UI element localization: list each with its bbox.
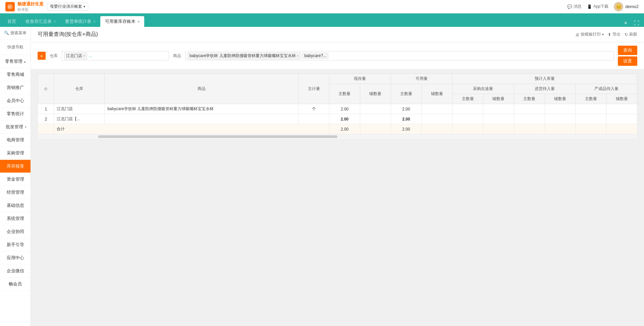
sidebar-item-retail-store[interactable]: 零售商城 bbox=[0, 68, 31, 81]
sidebar-item-system[interactable]: 系统管理 bbox=[0, 212, 31, 225]
sidebar-item-purchase[interactable]: 采购管理 bbox=[0, 147, 31, 160]
warehouse-tag-close[interactable]: × bbox=[83, 54, 85, 58]
total-pp-main bbox=[514, 124, 545, 134]
username: demo2 bbox=[625, 4, 639, 9]
gear-icon[interactable]: ⚙ bbox=[44, 87, 48, 91]
row1-current-aux bbox=[360, 104, 391, 114]
top-bar-right: 💬 消息 📱 App下载 😊 demo2 bbox=[567, 2, 639, 11]
table-row: 1 江北门店 babycare学饮杯 儿童防摔防撞吸管杯重力球吸嘴杯宝宝水杯 个… bbox=[38, 104, 637, 114]
close-all-btn[interactable]: × bbox=[622, 19, 629, 27]
sidebar-item-basic[interactable]: 基础信息 bbox=[0, 199, 31, 212]
company-select[interactable]: 母婴行业演示账套 ▾ bbox=[47, 3, 88, 10]
product-filter-area[interactable]: babycare学饮杯 儿童防摔防撞吸管杯重力球吸嘴杯宝宝水杯 × babyca… bbox=[185, 51, 614, 60]
sidebar-item-member[interactable]: 会员中心 bbox=[0, 94, 31, 107]
setting-button[interactable]: 设置 bbox=[618, 56, 637, 66]
th-gear[interactable]: ⚙ bbox=[38, 74, 54, 104]
template-print-btn[interactable]: 🖨 按模板打印 ▾ bbox=[575, 32, 604, 37]
chevron-down-icon-print: ▾ bbox=[602, 33, 604, 36]
logo-sub-text: 标准版 bbox=[17, 7, 44, 12]
th-current-aux: 辅数量 bbox=[360, 84, 391, 104]
action-btns: 查询 设置 bbox=[618, 46, 637, 66]
row1-unit: 个 bbox=[299, 104, 329, 114]
tab-inventory-close[interactable]: × bbox=[138, 19, 140, 24]
tab-collect-close[interactable]: × bbox=[54, 19, 56, 24]
logo-svg: 好 bbox=[7, 3, 13, 10]
th-avail-main: 主数量 bbox=[391, 84, 422, 104]
total-current-main: 2.00 bbox=[329, 124, 360, 134]
query-button[interactable]: 查询 bbox=[618, 46, 637, 55]
search-icon: 🔍 bbox=[4, 31, 9, 35]
sidebar-item-wholesale[interactable]: 批发管理 ▾ bbox=[0, 121, 31, 134]
tab-inventory[interactable]: 可用量库存账本 × bbox=[100, 16, 144, 27]
sidebar-search[interactable]: 🔍 搜索菜单 bbox=[0, 27, 31, 40]
total-avail-aux bbox=[422, 124, 452, 134]
sidebar-item-marketing[interactable]: 营销推广 bbox=[0, 81, 31, 94]
total-prod-aux bbox=[606, 124, 637, 134]
row1-current-main: 2.00 bbox=[329, 104, 360, 114]
filter-row: » 仓库 江北门店 × ... 商品 babycare学饮杯 儿童防摔防撞吸管杯… bbox=[31, 42, 644, 69]
sidebar-item-business[interactable]: 经营管理 bbox=[0, 186, 31, 199]
top-bar-left: 好 畅捷通好生意 标准版 母婴行业演示账套 ▾ bbox=[5, 1, 88, 12]
row2-pp-main bbox=[514, 114, 545, 124]
logo-texts: 畅捷通好生意 标准版 bbox=[17, 1, 44, 12]
tab-bar: 首页 收发存汇总表 × 要货单统计表 × 可用量库存账本 × × ⛶ bbox=[0, 13, 644, 27]
row1-avail-aux bbox=[422, 104, 452, 114]
row2-prod-main bbox=[576, 114, 606, 124]
tab-demand[interactable]: 要货单统计表 × bbox=[60, 16, 100, 27]
horizontal-scrollbar[interactable] bbox=[38, 134, 637, 139]
sidebar-item-retail-mgmt[interactable]: 零售管理 ▲ bbox=[0, 55, 31, 68]
warehouse-tag: 江北门店 × bbox=[64, 52, 87, 59]
row2-unit bbox=[299, 114, 329, 124]
sidebar-item-ecommerce[interactable]: 电商管理 bbox=[0, 134, 31, 147]
chevron-icon-retail: ▲ bbox=[23, 60, 26, 63]
refresh-btn[interactable]: ↻ 刷新 bbox=[625, 32, 637, 37]
sidebar-item-corp-wechat[interactable]: 企业微信 bbox=[0, 265, 31, 278]
data-table: ⚙ 仓库 商品 主计量 现存量 可用量 预计入库量 主数量 辅数量 主数量 辅数… bbox=[38, 74, 637, 134]
sidebar-quick-nav-item[interactable]: 快捷导航 bbox=[0, 42, 31, 52]
sidebar-item-new-guide[interactable]: 新手引导 bbox=[0, 238, 31, 251]
row1-index: 1 bbox=[38, 104, 54, 114]
svg-text:好: 好 bbox=[8, 5, 11, 9]
product-tag1-close[interactable]: × bbox=[297, 54, 299, 58]
row1-avail-main: 2.00 bbox=[391, 104, 422, 114]
row1-product: babycare学饮杯 儿童防摔防撞吸管杯重力球吸嘴杯宝宝水杯 bbox=[105, 104, 299, 114]
warehouse-filter-area[interactable]: 江北门店 × ... bbox=[62, 51, 169, 60]
user-area[interactable]: 😊 demo2 bbox=[614, 2, 639, 11]
th-unit: 主计量 bbox=[299, 74, 329, 104]
tab-demand-close[interactable]: × bbox=[93, 19, 95, 24]
total-prod-main bbox=[576, 124, 606, 134]
sidebar-item-finance[interactable]: 资金管理 bbox=[0, 173, 31, 186]
message-btn[interactable]: 💬 消息 bbox=[567, 4, 582, 9]
th-purchase-pending: 进货待入量 bbox=[514, 84, 576, 94]
th-product-pending: 产成品待入量 bbox=[576, 84, 637, 94]
table-row: 2 江北门店【... 2.00 2.00 bbox=[38, 114, 637, 124]
sidebar-item-inventory[interactable]: 库存核算 bbox=[0, 160, 31, 173]
tab-collect[interactable]: 收发存汇总表 × bbox=[21, 16, 60, 27]
th-forecast-in: 预计入库量 bbox=[452, 74, 637, 84]
sidebar-item-app-center[interactable]: 应用中心 bbox=[0, 251, 31, 265]
page-title: 可用量查询(按仓库+商品) bbox=[38, 31, 98, 38]
product-tag-1: babycare学饮杯 儿童防摔防撞吸管杯重力球吸嘴杯宝宝水杯 × bbox=[187, 52, 301, 59]
chevron-icon-wholesale: ▾ bbox=[25, 125, 26, 129]
total-current-aux bbox=[360, 124, 391, 134]
fullscreen-btn[interactable]: ⛶ bbox=[632, 19, 641, 27]
sidebar-item-corp-collab[interactable]: 企业协同 bbox=[0, 225, 31, 238]
total-pt-main bbox=[452, 124, 483, 134]
row1-prod-aux bbox=[606, 104, 637, 114]
filter-expand-btn[interactable]: » bbox=[38, 52, 46, 60]
row1-pt-main bbox=[452, 104, 483, 114]
export-btn[interactable]: ⬆ 导出 bbox=[608, 32, 621, 37]
row2-index: 2 bbox=[38, 114, 54, 124]
th-pt-aux: 辅数量 bbox=[483, 94, 514, 104]
tab-home[interactable]: 首页 bbox=[3, 16, 21, 27]
header-actions: 🖨 按模板打印 ▾ ⬆ 导出 ↻ 刷新 bbox=[575, 32, 637, 37]
th-pt-main: 主数量 bbox=[452, 94, 483, 104]
app-download-btn[interactable]: 📱 App下载 bbox=[587, 4, 608, 9]
refresh-icon: ↻ bbox=[625, 32, 628, 37]
sidebar-item-retail-stats[interactable]: 零售统计 bbox=[0, 107, 31, 121]
product-label: 商品 bbox=[173, 53, 181, 59]
tab-collect-label: 收发存汇总表 bbox=[25, 18, 52, 25]
scrollbar-thumb[interactable] bbox=[98, 135, 337, 138]
warehouse-more[interactable]: ... bbox=[89, 53, 92, 58]
sidebar-item-vip[interactable]: 畅会员 bbox=[0, 278, 31, 291]
